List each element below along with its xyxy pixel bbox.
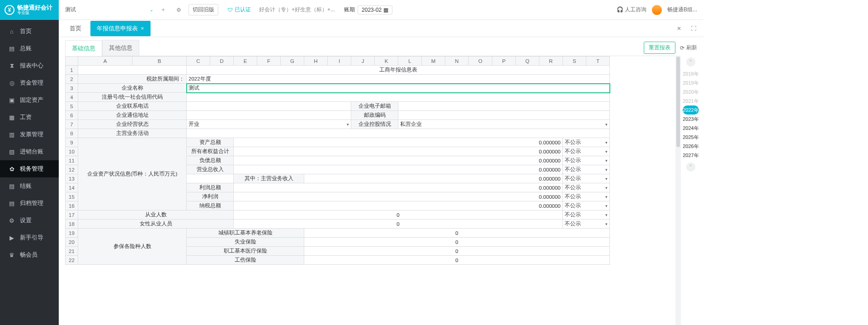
add-company-button[interactable]: ＋	[158, 5, 169, 15]
holding-select[interactable]: 私营企业▾	[398, 120, 610, 129]
fullscreen-button[interactable]: ⛶	[688, 23, 699, 34]
female-emp-input[interactable]: 0	[234, 220, 563, 229]
row-header[interactable]: 6	[66, 111, 78, 120]
row-header[interactable]: 19	[66, 229, 78, 238]
nav-invoice[interactable]: ▥发票管理	[0, 126, 59, 143]
ins-injury-input[interactable]: 0	[304, 256, 610, 265]
col-header[interactable]: A	[78, 57, 132, 66]
row-header[interactable]: 22	[66, 256, 78, 265]
employees-input[interactable]: 0	[234, 210, 563, 220]
vertical-scrollbar[interactable]	[675, 56, 681, 325]
year-chip[interactable]: 2023年	[683, 115, 699, 124]
publish-select[interactable]: 不公示▾	[563, 192, 610, 201]
nav-member[interactable]: ♛畅会员	[0, 246, 59, 263]
publish-select[interactable]: 不公示▾	[563, 210, 610, 220]
switch-old-button[interactable]: 切回旧版	[189, 4, 218, 15]
company-name-input[interactable]: 测试	[187, 84, 610, 93]
row-header[interactable]: 4	[66, 93, 78, 102]
period-picker[interactable]: 2023-02 ▦	[358, 5, 392, 14]
row-header[interactable]: 10	[66, 147, 78, 156]
status-select[interactable]: 开业▾	[187, 120, 351, 129]
publish-select[interactable]: 不公示▾	[563, 183, 610, 192]
nav-guide[interactable]: ▶新手引导	[0, 229, 59, 246]
ins-medical-input[interactable]: 0	[304, 247, 610, 256]
avatar[interactable]	[652, 5, 662, 15]
col-header[interactable]: S	[563, 57, 586, 66]
col-header[interactable]: B	[132, 57, 187, 66]
publish-select[interactable]: 不公示▾	[563, 156, 610, 165]
nav-ledger[interactable]: ▤总账	[0, 40, 59, 57]
nav-inventory[interactable]: ▧进销台账	[0, 143, 59, 160]
col-header[interactable]: F	[257, 57, 281, 66]
nav-archive[interactable]: ▤归档管理	[0, 195, 59, 212]
year-chip[interactable]: 2025年	[683, 133, 699, 142]
row-header[interactable]: 5	[66, 102, 78, 111]
rev-main-input[interactable]: 0.000000	[304, 174, 563, 183]
company-select[interactable]: 测试 ⌄	[65, 6, 153, 14]
nav-fixed-assets[interactable]: ▣固定资产	[0, 91, 59, 109]
close-all-button[interactable]: ✕	[674, 23, 684, 34]
year-chip[interactable]: 2026年	[683, 142, 699, 151]
year-down-button[interactable]: ˅	[686, 162, 695, 172]
col-header[interactable]: R	[539, 57, 563, 66]
postcode-input[interactable]	[398, 111, 610, 120]
row-header[interactable]: 14	[66, 183, 78, 192]
phone-input[interactable]	[187, 102, 351, 111]
row-header[interactable]: 21	[66, 247, 78, 256]
row-header[interactable]: 18	[66, 220, 78, 229]
row-header[interactable]: 11	[66, 156, 78, 165]
asset-total-input[interactable]: 0.000000	[234, 138, 563, 147]
col-header[interactable]: E	[234, 57, 257, 66]
row-header[interactable]: 20	[66, 238, 78, 247]
support-link[interactable]: 🎧 人工咨询	[617, 6, 646, 14]
col-header[interactable]: L	[398, 57, 422, 66]
year-chip[interactable]: 2027年	[683, 151, 699, 160]
col-header[interactable]: K	[375, 57, 398, 66]
row-header[interactable]: 13	[66, 174, 78, 183]
row-header[interactable]: 12	[66, 165, 78, 174]
spreadsheet[interactable]: ABCDEFGHIJKLMNOPQRST1工商年报信息表2税款所属期间：2022…	[65, 56, 675, 325]
publish-select[interactable]: 不公示▾	[563, 165, 610, 174]
row-header[interactable]: 3	[66, 84, 78, 93]
row-header[interactable]: 9	[66, 138, 78, 147]
profit-total-input[interactable]: 0.000000	[234, 183, 563, 192]
subtab-other[interactable]: 其他信息	[102, 40, 139, 56]
tax-total-input[interactable]: 0.000000	[234, 201, 563, 210]
main-biz-input[interactable]	[187, 129, 610, 138]
col-header[interactable]: M	[422, 57, 445, 66]
col-header[interactable]: T	[586, 57, 610, 66]
nav-tax[interactable]: ✿税务管理	[0, 160, 59, 177]
liab-total-input[interactable]: 0.000000	[234, 156, 563, 165]
col-header[interactable]: J	[351, 57, 375, 66]
nav-home[interactable]: ⌂首页	[0, 23, 59, 40]
publish-select[interactable]: 不公示▾	[563, 138, 610, 147]
publish-select[interactable]: 不公示▾	[563, 220, 610, 229]
year-up-button[interactable]: ˄	[686, 57, 695, 67]
address-input[interactable]	[187, 111, 351, 120]
col-header[interactable]: N	[445, 57, 469, 66]
row-header[interactable]: 1	[66, 66, 78, 75]
year-chip[interactable]: 2021年	[683, 96, 699, 105]
nav-funds[interactable]: ◎资金管理	[0, 74, 59, 91]
nav-settings[interactable]: ⚙设置	[0, 212, 59, 229]
email-input[interactable]	[398, 102, 610, 111]
row-header[interactable]: 2	[66, 75, 78, 84]
reg-no-input[interactable]	[187, 93, 610, 102]
company-settings-button[interactable]: ⚙	[173, 5, 184, 15]
year-chip[interactable]: 2018年	[683, 69, 699, 78]
year-chip[interactable]: 2024年	[683, 124, 699, 133]
nav-reports[interactable]: ⧗报表中心	[0, 57, 59, 74]
col-header[interactable]: O	[469, 57, 492, 66]
refresh-button[interactable]: ⟳刷新	[680, 44, 697, 52]
year-chip[interactable]: 2020年	[683, 87, 699, 96]
rev-total-input[interactable]: 0.000000	[234, 165, 563, 174]
year-chip[interactable]: 2019年	[683, 78, 699, 87]
ins-unemp-input[interactable]: 0	[304, 238, 610, 247]
publish-select[interactable]: 不公示▾	[563, 147, 610, 156]
row-header[interactable]: 16	[66, 201, 78, 210]
col-header[interactable]: I	[328, 57, 351, 66]
col-header[interactable]: C	[187, 57, 210, 66]
year-chip[interactable]: 2022年	[683, 105, 699, 115]
tab-annual-report[interactable]: 年报信息申报表 ×	[90, 21, 151, 36]
row-header[interactable]: 8	[66, 129, 78, 138]
